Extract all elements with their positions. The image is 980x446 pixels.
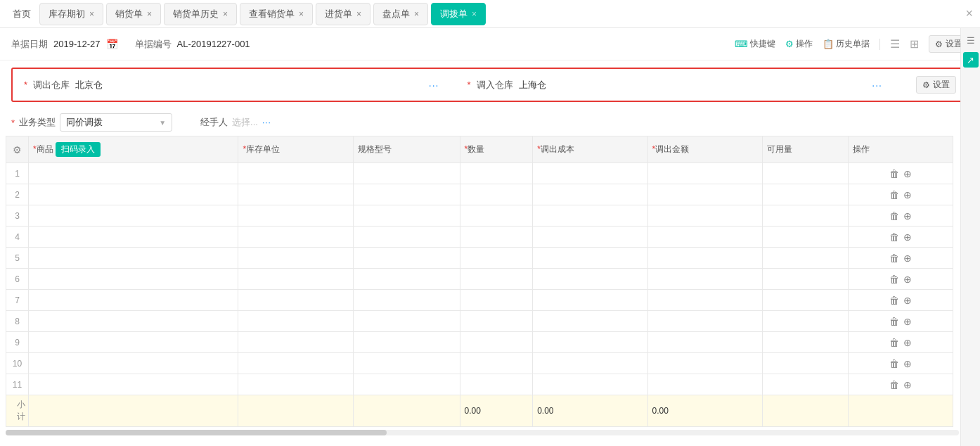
delete-row-icon[interactable]: 🗑 bbox=[889, 168, 899, 179]
copy-row-icon[interactable]: ⊕ bbox=[903, 231, 912, 243]
shortcut-btn[interactable]: ⌨ 快捷键 bbox=[735, 38, 775, 50]
copy-row-icon[interactable]: ⊕ bbox=[903, 210, 912, 222]
person-more-btn[interactable]: ··· bbox=[262, 117, 271, 127]
cell-spec bbox=[353, 248, 460, 269]
tab-inventory-check[interactable]: 盘点单 × bbox=[373, 3, 428, 25]
delete-row-icon[interactable]: 🗑 bbox=[889, 358, 899, 369]
close-window-icon[interactable]: × bbox=[965, 6, 973, 21]
person-label: 经手人 bbox=[200, 116, 228, 129]
table-row: 4 🗑 ⊕ bbox=[6, 227, 953, 248]
cell-available bbox=[762, 332, 848, 353]
tab-transfer-order[interactable]: 调拨单 × bbox=[431, 3, 486, 25]
person-field: 经手人 选择... ··· bbox=[200, 116, 271, 129]
cell-unit bbox=[238, 184, 353, 205]
delete-row-icon[interactable]: 🗑 bbox=[889, 253, 899, 264]
close-tab-sales-order[interactable]: × bbox=[147, 9, 152, 19]
table-gear-icon[interactable]: ⚙ bbox=[13, 144, 22, 155]
row-num: 2 bbox=[6, 184, 29, 205]
cell-product[interactable] bbox=[29, 332, 238, 353]
row-num: 1 bbox=[6, 163, 29, 184]
copy-row-icon[interactable]: ⊕ bbox=[903, 316, 912, 327]
copy-row-icon[interactable]: ⊕ bbox=[903, 189, 912, 200]
cell-amount bbox=[647, 163, 762, 184]
delete-row-icon[interactable]: 🗑 bbox=[889, 379, 899, 390]
delete-row-icon[interactable]: 🗑 bbox=[889, 274, 899, 285]
business-type-label: 业务类型 bbox=[19, 116, 56, 129]
cell-product[interactable] bbox=[29, 205, 238, 227]
tab-view-sales[interactable]: 查看销货单 × bbox=[240, 3, 313, 25]
cell-product[interactable] bbox=[29, 227, 238, 248]
close-tab-sales-history[interactable]: × bbox=[223, 9, 228, 19]
tab-sales-history[interactable]: 销货单历史 × bbox=[164, 3, 237, 25]
sidebar-export-icon[interactable]: ↗ bbox=[963, 52, 979, 68]
close-tab-inventory-init[interactable]: × bbox=[89, 9, 94, 19]
subtotal-available bbox=[762, 395, 848, 427]
tab-purchase-order[interactable]: 进货单 × bbox=[316, 3, 370, 25]
close-tab-inventory-check[interactable]: × bbox=[414, 9, 419, 19]
copy-row-icon[interactable]: ⊕ bbox=[903, 379, 912, 390]
out-warehouse-group: * 调出仓库 北京仓 ··· bbox=[24, 79, 439, 91]
warehouse-settings-btn[interactable]: ⚙ 设置 bbox=[916, 76, 956, 94]
close-tab-transfer-order[interactable]: × bbox=[472, 9, 477, 19]
cell-op: 🗑 ⊕ bbox=[848, 184, 953, 205]
cell-spec bbox=[353, 163, 460, 184]
in-warehouse-more-btn[interactable]: ··· bbox=[872, 79, 882, 91]
cell-unit bbox=[238, 353, 353, 374]
cell-available bbox=[762, 269, 848, 290]
history-btn[interactable]: 📋 历史单据 bbox=[823, 38, 870, 50]
delete-row-icon[interactable]: 🗑 bbox=[889, 231, 899, 243]
col-available: 可用量 bbox=[762, 136, 848, 163]
delete-row-icon[interactable]: 🗑 bbox=[889, 337, 899, 348]
subtotal-op bbox=[848, 395, 953, 427]
copy-row-icon[interactable]: ⊕ bbox=[903, 274, 912, 285]
horizontal-scrollbar[interactable] bbox=[6, 430, 959, 435]
tab-inventory-init[interactable]: 库存期初 × bbox=[39, 3, 103, 25]
cell-product[interactable] bbox=[29, 353, 238, 374]
cell-amount bbox=[647, 269, 762, 290]
cell-available bbox=[762, 227, 848, 248]
copy-row-icon[interactable]: ⊕ bbox=[903, 337, 912, 348]
tab-home[interactable]: 首页 bbox=[7, 8, 37, 20]
cell-product[interactable] bbox=[29, 290, 238, 311]
delete-row-icon[interactable]: 🗑 bbox=[889, 189, 899, 200]
tab-sales-order[interactable]: 销货单 × bbox=[106, 3, 161, 25]
cell-cost bbox=[533, 248, 647, 269]
cell-product[interactable] bbox=[29, 184, 238, 205]
cell-product[interactable] bbox=[29, 374, 238, 395]
sidebar-list-icon[interactable]: ☰ bbox=[963, 32, 979, 48]
copy-row-icon[interactable]: ⊕ bbox=[903, 168, 912, 179]
row-num: 6 bbox=[6, 269, 29, 290]
cell-unit bbox=[238, 205, 353, 227]
close-tab-purchase-order[interactable]: × bbox=[356, 9, 361, 19]
cell-product[interactable] bbox=[29, 269, 238, 290]
cell-unit bbox=[238, 290, 353, 311]
row-num: 5 bbox=[6, 248, 29, 269]
cell-cost bbox=[533, 205, 647, 227]
business-type-select[interactable]: 同价调拨 ▼ bbox=[60, 113, 172, 132]
in-warehouse-required: * bbox=[468, 79, 471, 90]
delete-row-icon[interactable]: 🗑 bbox=[889, 316, 899, 327]
layout-icon-2[interactable]: ⊞ bbox=[910, 37, 919, 51]
cell-op: 🗑 ⊕ bbox=[848, 248, 953, 269]
scan-input-btn[interactable]: 扫码录入 bbox=[56, 142, 101, 157]
copy-row-icon[interactable]: ⊕ bbox=[903, 295, 912, 306]
calendar-icon[interactable]: 📅 bbox=[106, 39, 118, 50]
row-num: 8 bbox=[6, 311, 29, 332]
cell-product[interactable] bbox=[29, 163, 238, 184]
cell-product[interactable] bbox=[29, 311, 238, 332]
table-row: 5 🗑 ⊕ bbox=[6, 248, 953, 269]
cell-product[interactable] bbox=[29, 248, 238, 269]
cell-unit bbox=[238, 269, 353, 290]
close-tab-view-sales[interactable]: × bbox=[299, 9, 304, 19]
delete-row-icon[interactable]: 🗑 bbox=[889, 210, 899, 222]
row-num: 9 bbox=[6, 332, 29, 353]
person-select[interactable]: 选择... bbox=[232, 116, 258, 129]
copy-row-icon[interactable]: ⊕ bbox=[903, 358, 912, 369]
cell-amount bbox=[647, 184, 762, 205]
copy-row-icon[interactable]: ⊕ bbox=[903, 253, 912, 264]
out-warehouse-more-btn[interactable]: ··· bbox=[429, 79, 439, 91]
operation-btn[interactable]: ⚙ 操作 bbox=[785, 38, 813, 50]
warehouse-settings-icon: ⚙ bbox=[922, 80, 930, 90]
delete-row-icon[interactable]: 🗑 bbox=[889, 295, 899, 306]
layout-icon-1[interactable]: ☰ bbox=[890, 37, 900, 51]
